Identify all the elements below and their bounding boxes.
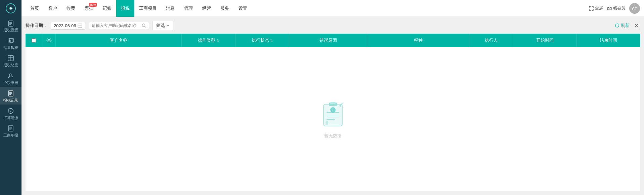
sidebar-item-annual-report[interactable]: 工商年报 (0, 122, 22, 140)
close-button[interactable]: ✕ (633, 22, 640, 30)
svg-rect-27 (78, 24, 82, 28)
refresh-icon (615, 23, 619, 28)
sidebar-item-label: 报税记录 (3, 98, 18, 103)
nav-operation[interactable]: 经营 (198, 0, 216, 17)
sidebar-item-label: 工商年报 (3, 133, 18, 138)
date-label: 操作日期： (26, 23, 47, 29)
nav-manage[interactable]: 管理 (179, 0, 198, 17)
sidebar-item-label: 报税设置 (3, 28, 18, 32)
main-area: 首页 客户 收费 票据 new 记账 报税 工商项目 消息 管理 经营 服务 设… (22, 0, 644, 195)
table-header: 客户名称 操作类型 ⇅ 执行状态 ⇅ 错误原因 税种 执行人 (26, 34, 640, 47)
topnav: 首页 客户 收费 票据 new 记账 报税 工商项目 消息 管理 经营 服务 设… (22, 0, 644, 17)
svg-point-44 (326, 121, 328, 125)
th-settings[interactable] (42, 34, 56, 47)
nav-business[interactable]: 工商项目 (134, 0, 161, 17)
sidebar-item-batch-tax[interactable]: 批量报税 (0, 34, 22, 52)
svg-text:¥: ¥ (10, 110, 12, 113)
sidebar-logo (0, 0, 22, 17)
nav-tax[interactable]: 报税 (116, 0, 134, 17)
table-container: 客户名称 操作类型 ⇅ 执行状态 ⇅ 错误原因 税种 执行人 (26, 34, 640, 191)
search-input-wrap[interactable] (89, 22, 149, 29)
search-icon (142, 23, 146, 28)
search-input[interactable] (92, 23, 142, 28)
sidebar-item-settlement[interactable]: ¥ 汇算清缴 (0, 105, 22, 122)
table-body: ! 暂无数据 (26, 47, 640, 191)
vip-button[interactable]: 畅会员 (607, 5, 625, 11)
th-executor: 执行人 (469, 34, 514, 47)
nav-home[interactable]: 首页 (26, 0, 44, 17)
sidebar-item-tax-settings[interactable]: 报税设置 (0, 17, 22, 34)
sidebar: 报税设置 批量报税 报税总览 (0, 0, 22, 195)
nav-settings[interactable]: 设置 (234, 0, 252, 17)
sort-icon: ⇅ (216, 39, 219, 42)
sidebar-item-personal-tax[interactable]: 个税申报 (0, 70, 22, 87)
chevron-down-icon (166, 24, 170, 27)
svg-point-1 (10, 7, 12, 9)
refresh-button[interactable]: 刷新 (615, 23, 630, 29)
sidebar-item-tax-records[interactable]: 报税记录 (0, 87, 22, 105)
th-client-name: 客户名称 (56, 34, 182, 47)
sidebar-item-label: 批量报税 (3, 45, 18, 50)
toolbar: 操作日期： 2023-06-06 筛选 (26, 21, 640, 30)
nav-message[interactable]: 消息 (161, 0, 179, 17)
svg-text:CE: CE (632, 7, 637, 11)
nav-service[interactable]: 服务 (216, 0, 234, 17)
empty-clipboard-icon: ! (319, 99, 346, 129)
th-tax-type: 税种 (367, 34, 469, 47)
vip-icon (607, 6, 612, 11)
empty-text: 暂无数据 (324, 133, 342, 139)
sidebar-item-label: 汇算清缴 (3, 116, 18, 120)
settlement-icon: ¥ (7, 107, 14, 115)
tax-summary-icon (7, 54, 14, 62)
th-checkbox[interactable] (26, 34, 42, 47)
fullscreen-button[interactable]: 全屏 (589, 5, 603, 11)
invoice-new-badge: new (89, 3, 97, 7)
sort-icon: ⇅ (270, 39, 273, 42)
sidebar-item-tax-summary[interactable]: 报税总览 (0, 52, 22, 69)
th-exec-status[interactable]: 执行状态 ⇅ (235, 34, 289, 47)
column-settings-icon (46, 38, 52, 43)
tax-records-icon (7, 90, 14, 97)
sidebar-item-label: 个税申报 (3, 81, 18, 85)
content: 操作日期： 2023-06-06 筛选 (22, 17, 644, 195)
batch-tax-icon (7, 37, 14, 44)
svg-text:!: ! (332, 108, 333, 112)
th-start-time: 开始时间 (513, 34, 577, 47)
th-op-type[interactable]: 操作类型 ⇅ (182, 34, 235, 47)
tax-settings-icon (7, 20, 14, 27)
personal-tax-icon (7, 72, 14, 80)
nav-client[interactable]: 客户 (44, 0, 62, 17)
svg-line-32 (144, 26, 145, 27)
date-picker[interactable]: 2023-06-06 (51, 22, 85, 30)
annual-report-icon (7, 125, 14, 132)
nav-billing[interactable]: 收费 (62, 0, 80, 17)
svg-rect-36 (330, 102, 336, 104)
filter-button[interactable]: 筛选 (153, 21, 173, 30)
svg-rect-20 (8, 126, 13, 131)
th-end-time: 结束时间 (577, 34, 640, 47)
sidebar-item-label: 报税总览 (3, 63, 18, 67)
toolbar-right: 刷新 ✕ (615, 22, 640, 30)
topnav-right: 全屏 畅会员 CE (589, 3, 640, 14)
nav-invoice[interactable]: 票据 new (80, 0, 98, 17)
th-error-reason: 错误原因 (289, 34, 367, 47)
nav-accounts[interactable]: 记账 (98, 0, 116, 17)
avatar[interactable]: CE (629, 3, 640, 14)
empty-illustration: ! 暂无数据 (319, 99, 346, 139)
svg-point-33 (48, 40, 50, 41)
select-all-checkbox[interactable] (32, 38, 36, 43)
calendar-icon (78, 23, 82, 28)
fullscreen-icon (589, 6, 594, 11)
